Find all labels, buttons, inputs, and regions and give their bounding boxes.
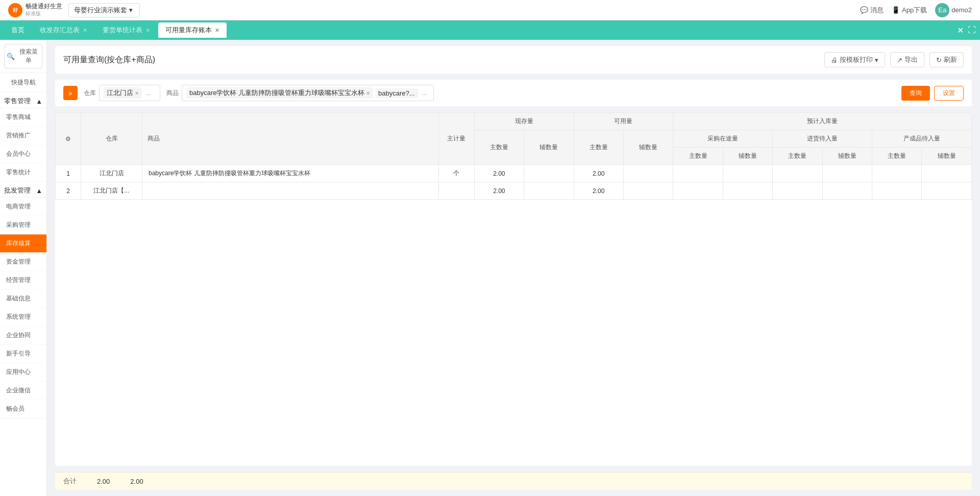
sidebar-item-system[interactable]: 系统管理 <box>0 308 46 326</box>
sidebar-item-operation[interactable]: 经营管理 <box>0 271 46 290</box>
sidebar-item-vip[interactable]: 畅会员 <box>0 400 46 418</box>
sidebar-item-collab[interactable]: 企业协同 <box>0 326 46 345</box>
cell-production-aux <box>922 182 972 200</box>
cell-product: babycare学饮杯 儿童防摔防撞吸管杯重力球吸嘴杯宝宝水杯 <box>142 165 439 182</box>
query-btn[interactable]: 查询 <box>901 86 930 101</box>
sidebar-item-newguide[interactable]: 新手引导 <box>0 345 46 363</box>
refresh-btn[interactable]: ↻ 刷新 <box>929 52 964 67</box>
phone-icon: 📱 <box>892 6 900 14</box>
product-tag-close-1[interactable]: ✕ <box>366 90 370 96</box>
product-tag-1: babycare学饮杯 儿童防摔防撞吸管杯重力球吸嘴杯宝宝水杯 ✕ <box>186 87 373 99</box>
setting-btn[interactable]: 设置 <box>934 86 964 101</box>
cell-purchase-main <box>673 165 723 182</box>
content-area: 可用量查询(按仓库+商品) 🖨 按模板打印 ▾ ↗ 导出 ↻ 刷新 <box>47 40 980 496</box>
cell-product <box>142 182 439 200</box>
print-btn[interactable]: 🖨 按模板打印 ▾ <box>824 52 885 67</box>
close-window-icon[interactable]: ✕ <box>957 26 964 35</box>
product-label: 商品 <box>166 89 179 98</box>
logo-icon: 好 <box>8 3 22 17</box>
cell-production-aux <box>922 165 972 182</box>
th-purchase-group: 采购在途量 <box>673 130 773 148</box>
sidebar: 🔍 搜索菜单 快捷导航 零售管理 ▲ 零售商城 营销推广 会员中心 零售统计 批… <box>0 40 47 496</box>
search-menu-btn[interactable]: 🔍 搜索菜单 <box>4 44 42 68</box>
warehouse-label: 仓库 <box>84 89 96 98</box>
warehouse-tag: 江北门店 ✕ <box>104 87 142 99</box>
chevron-down-icon-print: ▾ <box>875 56 878 64</box>
sidebar-item-member[interactable]: 会员中心 <box>0 145 46 163</box>
app-download-btn[interactable]: 📱 App下载 <box>892 6 927 15</box>
expand-icon[interactable]: ⛶ <box>968 26 976 35</box>
th-stock-main: 主数量 <box>474 130 524 165</box>
filter-expand-btn[interactable]: » <box>63 86 78 100</box>
product-more[interactable]: ... <box>420 89 429 97</box>
user-name: demo2 <box>951 6 972 14</box>
product-filter: 商品 babycare学饮杯 儿童防摔防撞吸管杯重力球吸嘴杯宝宝水杯 ✕ bab… <box>166 85 434 101</box>
th-available-aux: 辅数量 <box>623 130 673 165</box>
cell-warehouse: 江北门店 <box>81 165 142 182</box>
summary-stock-main: 2.00 <box>97 478 110 485</box>
warehouse-filter: 仓库 江北门店 ✕ ... <box>84 85 160 101</box>
filter-bar: » 仓库 江北门店 ✕ ... 商品 babycare <box>55 80 972 106</box>
sidebar-item-retail-mall[interactable]: 零售商城 <box>0 108 46 127</box>
cell-index: 1 <box>56 165 81 182</box>
th-production-main: 主数量 <box>872 148 922 165</box>
tab-close-requisition[interactable]: ✕ <box>145 27 150 34</box>
th-purchase-aux: 辅数量 <box>723 148 772 165</box>
cell-incoming-aux <box>822 165 872 182</box>
sidebar-item-ecommerce[interactable]: 电商管理 <box>0 198 46 216</box>
app-name: 畅捷通好生意 <box>26 3 62 11</box>
sidebar-item-purchase[interactable]: 采购管理 <box>0 216 46 234</box>
cell-warehouse: 江北门店【... <box>81 182 142 200</box>
industry-label: 母婴行业演示账套 <box>74 6 127 15</box>
tab-receive-send[interactable]: 收发存汇总表 ✕ <box>33 22 94 38</box>
th-incoming-main: 主数量 <box>773 148 822 165</box>
tab-close-available[interactable]: ✕ <box>215 27 219 34</box>
export-btn[interactable]: ↗ 导出 <box>890 52 924 67</box>
tab-home[interactable]: 首页 <box>4 26 32 35</box>
cell-incoming-aux <box>822 182 872 200</box>
sidebar-section-retail[interactable]: 零售管理 ▲ <box>0 92 46 108</box>
chevron-up-icon: ▲ <box>36 98 42 105</box>
th-purchase-main: 主数量 <box>673 148 723 165</box>
tab-available[interactable]: 可用量库存账本 ✕ <box>158 22 227 38</box>
cell-incoming-main <box>773 165 822 182</box>
sidebar-item-retail-stats[interactable]: 零售统计 <box>0 163 46 182</box>
tab-requisition[interactable]: 要货单统计表 ✕ <box>95 22 157 38</box>
cell-index: 2 <box>56 182 81 200</box>
tab-bar-right: ✕ ⛶ <box>957 26 976 35</box>
message-btn[interactable]: 💬 消息 <box>860 6 884 15</box>
warehouse-input[interactable]: 江北门店 ✕ ... <box>99 85 160 101</box>
summary-available-main: 2.00 <box>130 478 143 485</box>
sidebar-item-appcenter[interactable]: 应用中心 <box>0 363 46 382</box>
data-table: ⚙ 仓库 商品 主计量 现存量 可用量 预计入库量 主数量 辅数量 主数量 <box>55 112 972 200</box>
app-version: 标准版 <box>26 10 62 17</box>
product-input[interactable]: babycare学饮杯 儿童防摔防撞吸管杯重力球吸嘴杯宝宝水杯 ✕ babyca… <box>182 85 434 101</box>
page-title: 可用量查询(按仓库+商品) <box>63 55 155 65</box>
page-title-bar: 可用量查询(按仓库+商品) 🖨 按模板打印 ▾ ↗ 导出 ↻ 刷新 <box>55 46 972 74</box>
user-menu[interactable]: Ea demo2 <box>935 3 972 17</box>
sidebar-item-marketing[interactable]: 营销推广 <box>0 127 46 145</box>
filter-actions: 查询 设置 <box>901 86 964 101</box>
cell-production-main <box>872 165 922 182</box>
sidebar-item-quick-nav[interactable]: 快捷导航 <box>0 73 46 92</box>
sidebar-item-finance[interactable]: 资金管理 <box>0 253 46 271</box>
logo-area: 好 畅捷通好生意 标准版 <box>8 3 62 18</box>
warehouse-more[interactable]: ... <box>144 89 153 97</box>
sidebar-item-inventory[interactable]: 库存核算 <box>0 234 46 253</box>
table-row: 2 江北门店【... 2.00 2.00 <box>56 182 972 200</box>
sidebar-item-basic[interactable]: 基础信息 <box>0 290 46 308</box>
cell-unit <box>438 182 474 200</box>
th-production-aux: 辅数量 <box>922 148 972 165</box>
sidebar-item-wechat[interactable]: 企业微信 <box>0 382 46 400</box>
summary-bar: 合计 2.00 2.00 <box>55 472 972 490</box>
tab-close-receive-send[interactable]: ✕ <box>83 27 87 34</box>
warehouse-tag-close[interactable]: ✕ <box>135 90 139 96</box>
sidebar-section-wholesale[interactable]: 批发管理 ▲ <box>0 182 46 198</box>
cell-stock-main: 2.00 <box>474 182 524 200</box>
th-available-group: 可用量 <box>574 113 673 130</box>
sidebar-search: 🔍 搜索菜单 <box>0 40 46 73</box>
chevron-up-icon-2: ▲ <box>36 187 42 195</box>
th-stock-aux: 辅数量 <box>524 130 574 165</box>
th-gear: ⚙ <box>56 113 81 165</box>
industry-selector[interactable]: 母婴行业演示账套 ▾ <box>68 3 140 17</box>
